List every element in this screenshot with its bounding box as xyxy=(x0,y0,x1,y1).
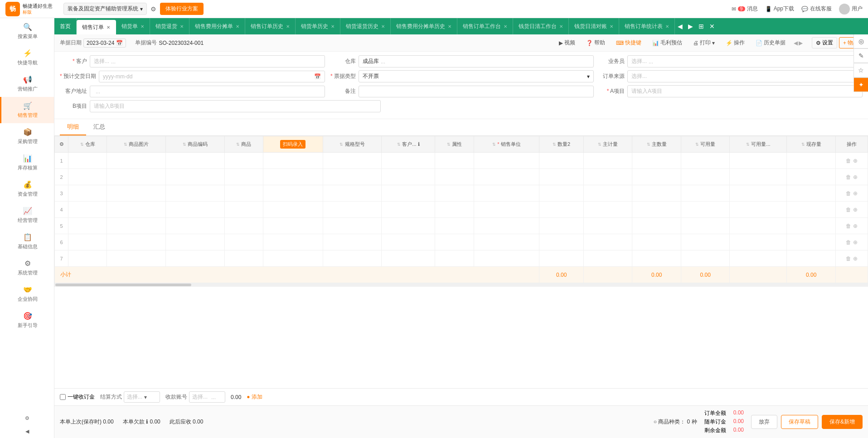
payment-method-select[interactable]: 选择... ▾ xyxy=(124,391,160,403)
operation-btn[interactable]: ⚡ 操作 xyxy=(723,38,747,48)
nav-prev-icon[interactable]: ◀ xyxy=(794,40,798,46)
panel-btn-2[interactable]: ◎ xyxy=(853,34,868,48)
customer-input[interactable]: 选择... ... xyxy=(90,55,325,67)
scrollbar-thumb[interactable] xyxy=(55,284,191,286)
panel-btn-3[interactable]: ✎ xyxy=(853,48,868,63)
col-main-qty[interactable]: ⇅ 主数量 xyxy=(632,136,681,153)
col-attribute[interactable]: ⇅ 属性 xyxy=(435,136,474,153)
delete-icon[interactable]: 🗑 xyxy=(846,158,851,164)
tab-close-expense[interactable]: ✕ xyxy=(236,24,239,29)
tab-sales-return[interactable]: 销货退货 ✕ xyxy=(150,18,189,34)
col-stock[interactable]: ⇅ 现存量 xyxy=(787,136,835,153)
tab-cash-workbench[interactable]: 钱货日清工作台 ✕ xyxy=(513,18,569,34)
shortcut-btn[interactable]: ⌨ 快捷键 xyxy=(613,38,644,48)
copy-icon[interactable]: ⊕ xyxy=(853,190,858,197)
sidebar-collapse[interactable]: ◀ xyxy=(0,425,54,438)
col-product[interactable]: ⇅ 商品 xyxy=(224,136,263,153)
col-scan[interactable]: 扫码录入 xyxy=(263,136,323,153)
tab-order-workbench[interactable]: 销售订单工作台 ✕ xyxy=(457,18,513,34)
col-code[interactable]: ⇅ 商品编码 xyxy=(165,136,224,153)
tab-return-history[interactable]: 销货退货历史 ✕ xyxy=(340,18,391,34)
view-btn[interactable]: ▶ 视频 xyxy=(556,38,578,48)
sidebar-item-shortcut[interactable]: ⚡ 快捷导航 xyxy=(0,44,54,71)
messages-btn[interactable]: ✉ 9 消息 xyxy=(732,5,758,13)
tab-close-workbench[interactable]: ✕ xyxy=(504,24,507,29)
tab-invoice-history[interactable]: 销货单历史 ✕ xyxy=(296,18,340,34)
copy-icon[interactable]: ⊕ xyxy=(853,239,858,245)
help-btn[interactable]: ❓ 帮助 xyxy=(583,38,608,48)
delete-icon[interactable]: 🗑 xyxy=(846,174,851,180)
sidebar-item-finance[interactable]: 💰 资金管理 xyxy=(0,176,54,202)
app-download-btn[interactable]: 📱 App下载 xyxy=(765,5,794,13)
sidebar-item-search[interactable]: 🔍 搜索菜单 xyxy=(0,18,54,44)
tab-sales-invoice[interactable]: 销货单 ✕ xyxy=(116,18,150,34)
discard-btn[interactable]: 放弃 xyxy=(751,415,777,429)
ticket-type-select[interactable]: 不开票 ▾ xyxy=(359,70,594,82)
col-qty2[interactable]: ⇅ 数量2 xyxy=(539,136,584,153)
print-btn[interactable]: 🖨 打印 ▾ xyxy=(690,38,718,48)
settings-panel-btn[interactable]: ⚙ 设置 xyxy=(812,37,837,48)
tab-sales-order[interactable]: 销售订单 ✕ xyxy=(77,20,116,34)
sidebar-item-purchase[interactable]: 📦 采购管理 xyxy=(0,123,54,149)
delete-icon[interactable]: 🗑 xyxy=(846,223,851,229)
col-spec[interactable]: ⇅ 规格型号 xyxy=(323,136,382,153)
tab-close-sales-order[interactable]: ✕ xyxy=(107,25,110,30)
sidebar-item-basic[interactable]: 📋 基础信息 xyxy=(0,228,54,255)
copy-icon[interactable]: ⊕ xyxy=(853,223,858,229)
sidebar-item-management[interactable]: 📈 经营管理 xyxy=(0,202,54,228)
address-input[interactable]: ... xyxy=(90,86,325,97)
tab-cash-reconcile[interactable]: 钱货日清对账 ✕ xyxy=(569,18,619,34)
copy-icon[interactable]: ⊕ xyxy=(853,207,858,213)
panel-btn-4[interactable]: ☆ xyxy=(853,63,868,77)
one-click-checkbox[interactable] xyxy=(60,394,66,400)
gear-settings[interactable]: ⚙ xyxy=(150,5,156,13)
tab-close-return[interactable]: ✕ xyxy=(180,24,184,29)
account-select[interactable]: 选择... ... xyxy=(189,391,225,403)
tab-nav-right[interactable]: ▶ xyxy=(685,18,696,34)
system-selector[interactable]: 装备及固定资产辅助管理系统 ▾ xyxy=(63,3,147,15)
date-input[interactable]: 2023-03-24 📅 xyxy=(83,39,126,48)
sidebar-item-system[interactable]: ⚙ 系统管理 xyxy=(0,255,54,281)
tab-home[interactable]: 首页 xyxy=(54,18,77,34)
scan-btn[interactable]: 扫码录入 xyxy=(280,140,305,149)
tab-expense-history[interactable]: 销售费用分摊单历史 ✕ xyxy=(391,18,457,34)
col-unit[interactable]: ⇅ * 销售单位 xyxy=(474,136,539,153)
tab-close-all[interactable]: ✕ xyxy=(707,18,718,34)
delete-icon[interactable]: 🗑 xyxy=(846,239,851,245)
col-available[interactable]: ⇅ 可用量 xyxy=(681,136,729,153)
tab-nav-left[interactable]: ◀ xyxy=(675,18,685,34)
b-project-input[interactable]: 请输入B项目 xyxy=(90,100,381,112)
order-source-select[interactable]: 选择... ▾ xyxy=(627,70,863,82)
delete-icon[interactable]: 🗑 xyxy=(846,255,851,262)
tab-expense-split[interactable]: 销售费用分摊单 ✕ xyxy=(189,18,245,34)
copy-icon[interactable]: ⊕ xyxy=(853,174,858,180)
sidebar-item-guide[interactable]: 🎯 新手引导 xyxy=(0,307,54,333)
profit-btn[interactable]: 📊 毛利预估 xyxy=(650,38,685,48)
col-settings[interactable]: ⚙ xyxy=(55,136,68,153)
delete-icon[interactable]: 🗑 xyxy=(846,207,851,213)
add-btn[interactable]: ● 添加 xyxy=(247,393,262,401)
tab-close-invoice[interactable]: ✕ xyxy=(141,24,144,29)
delete-icon[interactable]: 🗑 xyxy=(846,190,851,197)
col-main-unit[interactable]: ⇅ 主计量 xyxy=(583,136,632,153)
scrollbar-track[interactable] xyxy=(54,283,868,287)
sidebar-item-collab[interactable]: 🤝 企业协同 xyxy=(0,281,54,307)
tab-close-reconcile[interactable]: ✕ xyxy=(610,24,613,29)
sidebar-item-sales[interactable]: 🛒 销售管理 xyxy=(0,97,54,123)
tab-expand[interactable]: ⊞ xyxy=(696,18,707,34)
copy-icon[interactable]: ⊕ xyxy=(853,158,858,164)
note-input[interactable] xyxy=(359,86,594,97)
a-project-input[interactable]: 请输入A项目 xyxy=(627,85,863,97)
tab-close-expense-history[interactable]: ✕ xyxy=(448,24,451,29)
tab-close-invoice-history[interactable]: ✕ xyxy=(331,24,335,29)
tab-close-order-history[interactable]: ✕ xyxy=(286,24,290,29)
tab-sales-stats[interactable]: 销售订单统计表 ✕ xyxy=(619,18,675,34)
col-customer-code[interactable]: ⇅ 客户... ℹ xyxy=(382,136,435,153)
tab-close-stats[interactable]: ✕ xyxy=(665,24,669,29)
tab-summary[interactable]: 汇总 xyxy=(86,119,112,135)
save-new-btn[interactable]: 保存&新增 xyxy=(822,415,863,429)
history-btn[interactable]: 📄 历史单据 xyxy=(753,38,788,48)
tab-close-return-history[interactable]: ✕ xyxy=(381,24,385,29)
sidebar-item-marketing[interactable]: 📢 营销推广 xyxy=(0,71,54,97)
save-draft-btn[interactable]: 保存草稿 xyxy=(781,415,818,429)
